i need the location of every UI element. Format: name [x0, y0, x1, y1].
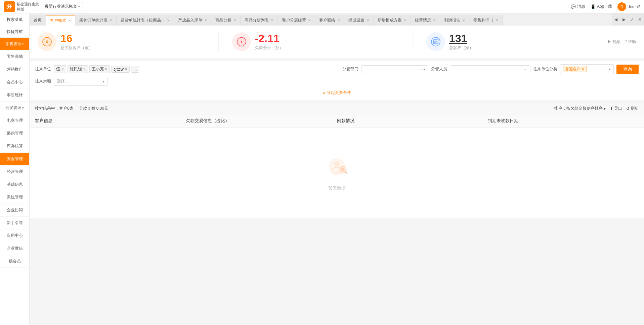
- tab-customer-contact[interactable]: 客户联络 ✕: [315, 15, 344, 26]
- tab-customer-tier[interactable]: 客户分层经营 ✕: [278, 15, 315, 26]
- sidebar-item-member-center[interactable]: 会员中心: [0, 76, 29, 89]
- sort-label: 排序：按欠款金额倒序排序: [554, 106, 603, 111]
- svg-line-13: [345, 172, 347, 174]
- query-button[interactable]: 查询: [616, 65, 639, 74]
- tab-next-arrow[interactable]: ▶: [620, 13, 628, 26]
- tab-close-icon[interactable]: ✕: [110, 19, 112, 22]
- col-due-date: 到期未收款日期: [488, 118, 639, 124]
- tab-close-all-icon[interactable]: ✕: [636, 13, 644, 26]
- sidebar-item-wechat[interactable]: 企业微信: [0, 242, 29, 255]
- sidebar-item-purchase[interactable]: 采购管理: [0, 127, 29, 140]
- tab-home[interactable]: 首页: [30, 15, 46, 26]
- svg-point-12: [341, 168, 345, 171]
- sidebar-item-member[interactable]: 畅会员: [0, 255, 29, 268]
- remove-tag-chen[interactable]: ✕: [83, 67, 86, 71]
- filter-tag-wang: 王小亮 ✕: [89, 65, 110, 73]
- col-debit-info: 欠款交易信息（占比）: [186, 118, 337, 124]
- remove-tag-wu[interactable]: ✕: [61, 67, 64, 71]
- sidebar-item-retail-mgmt[interactable]: 零售管理 ▾: [0, 38, 29, 50]
- export-action[interactable]: ⬇ 导出: [610, 106, 622, 111]
- dept-select[interactable]: ··· ▾: [361, 65, 428, 73]
- tab-product-analysis[interactable]: 商品分析 ✕: [211, 15, 241, 26]
- more-tags-btn[interactable]: ...: [131, 66, 139, 73]
- person-filter-label: 分管人员: [431, 66, 447, 72]
- total-customers-number: 131: [449, 33, 473, 44]
- filter-tag-wu: 伍 ✕: [54, 65, 66, 73]
- tab-close-icon[interactable]: ✕: [68, 19, 71, 23]
- result-info: 搜索结果中，客户0家 欠款金额 0.00元: [35, 106, 108, 111]
- sidebar-item-marketing[interactable]: 营销推广: [0, 63, 29, 76]
- tab-inbound-stats[interactable]: 进货单统计表（按商品） ✕: [117, 15, 174, 26]
- tab-production-inbound[interactable]: 产成品入库单 ✕: [174, 15, 211, 26]
- sidebar-item-newbie[interactable]: 新手引导: [0, 217, 29, 229]
- dept-more-icon: ···: [419, 67, 422, 72]
- debit-customers-label: 总欠款客户（家）: [60, 45, 93, 51]
- stat-debit-amount-info: -2.11 欠款合计（万）: [255, 33, 283, 51]
- tab-close-icon[interactable]: ✕: [367, 19, 369, 22]
- tab-close-icon[interactable]: ✕: [462, 19, 465, 22]
- person-more-icon: ···: [524, 67, 527, 72]
- tab-close-icon[interactable]: ✕: [204, 19, 207, 22]
- sidebar-label: 零售管理: [5, 41, 22, 47]
- tab-close-icon[interactable]: ✕: [404, 19, 406, 22]
- app-download-action[interactable]: 📱 App下载: [591, 4, 612, 9]
- tab-product-analysis-list[interactable]: 商品分析列表 ✕: [241, 15, 278, 26]
- logo-icon: 好: [4, 1, 15, 12]
- sidebar-item-inventory[interactable]: 库存核算: [0, 140, 29, 153]
- category-select[interactable]: 普通客户 ✕ ▾: [560, 64, 614, 74]
- sidebar-quick-nav[interactable]: 快捷导航: [0, 26, 29, 38]
- tab-prev-arrow[interactable]: ◀: [612, 13, 620, 26]
- stat-debit-customers-info: 16 总欠款客户（家）: [60, 33, 93, 51]
- tab-add-commission[interactable]: 新增提成方案 ✕: [374, 15, 411, 26]
- tab-close-icon[interactable]: ✕: [496, 19, 498, 22]
- tab-profit-report[interactable]: 利润报告 ✕: [440, 15, 469, 26]
- remove-tag-cjttcw[interactable]: ✕: [125, 67, 127, 71]
- category-filter-label: 往来单位分类: [533, 66, 557, 72]
- filter-row-1: 往来单位 伍 ✕ 陈民强 ✕ 王小亮 ✕: [35, 64, 639, 74]
- tab-customer-account[interactable]: 客户账本 ✕: [46, 15, 75, 26]
- tab-close-icon[interactable]: ✕: [233, 19, 236, 22]
- tab-close-icon[interactable]: ✕: [337, 19, 340, 22]
- collapse-button[interactable]: ∧ 收起更多条件: [35, 88, 639, 97]
- user-area[interactable]: D demo2: [617, 2, 640, 11]
- remove-category-tag[interactable]: ✕: [581, 67, 584, 71]
- tab-close-icon[interactable]: ✕: [433, 19, 436, 22]
- sidebar-item-finance[interactable]: 资金管理: [0, 153, 29, 166]
- video-help-link[interactable]: ▶ 视频: [607, 39, 620, 45]
- download-icon: 📱: [591, 4, 596, 9]
- empty-state: 暂无数据: [30, 128, 644, 218]
- remainder-chevron-icon: ▾: [102, 79, 104, 84]
- tab-retail-profit[interactable]: 零售利润（ ✕: [469, 15, 503, 26]
- person-input[interactable]: ···: [450, 65, 530, 73]
- sidebar-item-retail-stats[interactable]: 零售统计: [0, 89, 29, 102]
- filter-bar: 往来单位 伍 ✕ 陈民强 ✕ 王小亮 ✕: [30, 61, 644, 100]
- sidebar-item-operations[interactable]: 经营管理: [0, 166, 29, 178]
- svg-text:✦: ✦: [240, 40, 243, 44]
- sidebar-item-enterprise[interactable]: 企业协同: [0, 204, 29, 217]
- sort-select[interactable]: 排序：按欠款金额倒序排序 ▾: [554, 106, 606, 111]
- sidebar-item-basic-info[interactable]: 基础信息: [0, 178, 29, 191]
- tab-close-icon[interactable]: ✕: [167, 19, 170, 22]
- company-select[interactable]: 母婴行业演示帐套 ▾: [42, 2, 83, 11]
- tab-purchase-order-stats[interactable]: 采购订单统计表 ✕: [75, 15, 117, 26]
- svg-text:¥: ¥: [45, 39, 48, 44]
- sidebar-item-ecommerce[interactable]: 电商管理: [0, 114, 29, 127]
- sidebar-item-app-center[interactable]: 应用中心: [0, 229, 29, 242]
- message-action[interactable]: 💬 消息: [571, 4, 585, 9]
- refresh-action[interactable]: ↺ 刷新: [626, 106, 639, 111]
- tab-operations[interactable]: 经营情况 ✕: [411, 15, 440, 26]
- tab-close-icon[interactable]: ✕: [308, 19, 311, 22]
- sidebar-item-retail-store[interactable]: 零售商城: [0, 50, 29, 63]
- tab-expand-icon[interactable]: ⤢: [628, 13, 636, 26]
- sidebar-label: 批发管理: [5, 105, 22, 111]
- sidebar-item-wholesale[interactable]: 批发管理 ▾: [0, 102, 29, 114]
- tab-close-icon[interactable]: ✕: [271, 19, 273, 22]
- help-link[interactable]: ? 帮助: [625, 39, 636, 45]
- table-header: 客户信息 欠款交易信息（占比） 回款情况 到期未收款日期: [30, 114, 644, 128]
- sidebar-item-system[interactable]: 系统管理: [0, 191, 29, 204]
- tab-commission-settings[interactable]: 提成设置 ✕: [344, 15, 374, 26]
- remove-tag-wang[interactable]: ✕: [105, 67, 108, 71]
- top-bar-left: 好 畅捷通好生意 标版 母婴行业演示帐套 ▾: [4, 1, 83, 12]
- remainder-select[interactable]: 选择... ▾: [54, 77, 108, 86]
- sidebar-search-menu[interactable]: 搜索菜单: [0, 13, 29, 26]
